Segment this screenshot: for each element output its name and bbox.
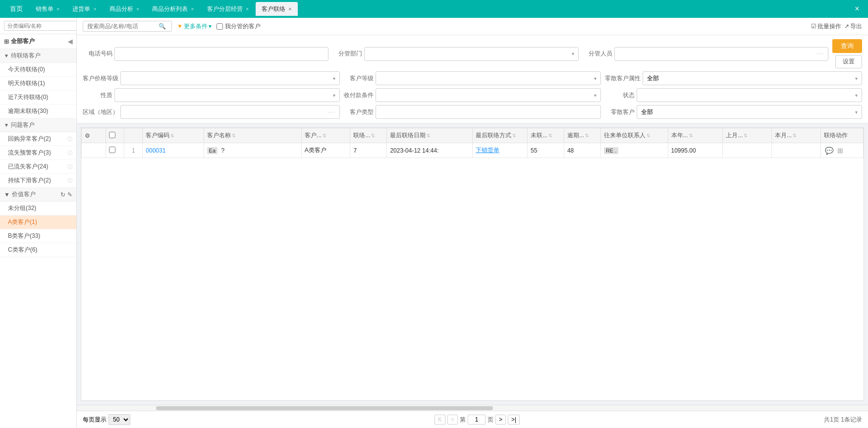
- select-all-checkbox[interactable]: [109, 132, 115, 138]
- refresh-icon[interactable]: ↻: [60, 191, 65, 198]
- sidebar-item-today[interactable]: 今天待联络(0): [0, 63, 76, 77]
- value-customers-group[interactable]: ▼ 价值客户 ↻ ✎: [0, 188, 76, 202]
- table-row: 1 000031 Ea ? A类客户 7 2023-04-12 14:44: 下…: [82, 143, 864, 158]
- sort-no-contact-icon[interactable]: ⇅: [548, 133, 552, 138]
- sort-contact-icon[interactable]: ⇅: [371, 133, 375, 138]
- qrcode-action-btn[interactable]: ⊞: [836, 147, 844, 155]
- nav-tab-sales[interactable]: 销售单 ×: [30, 2, 65, 16]
- retail-attr-input[interactable]: 全部 ▾: [643, 71, 862, 85]
- query-button[interactable]: 查询: [832, 39, 862, 53]
- close-analysis-tab[interactable]: ×: [136, 6, 139, 12]
- sort-this-month-icon[interactable]: ⇅: [793, 133, 797, 138]
- sidebar-item-churned[interactable]: 已流失客户(24) ⓘ: [0, 160, 76, 174]
- pending-contact-group[interactable]: ▼ 待联络客户: [0, 49, 76, 63]
- sidebar-item-c-class[interactable]: C类客户(6): [0, 243, 76, 257]
- row-name[interactable]: Ea ?: [204, 143, 301, 158]
- sidebar-search-input[interactable]: [4, 21, 77, 31]
- settings-button[interactable]: 设置: [835, 55, 862, 68]
- sidebar: 🔍 ⊞ 全部客户 ◀ ▼ 待联络客户 今天待联络(0) 明天待联络(1) 近7天…: [0, 18, 77, 428]
- sort-code-icon[interactable]: ⇅: [170, 133, 174, 138]
- batch-op-icon: ☑: [811, 23, 816, 30]
- sidebar-item-tomorrow[interactable]: 明天待联络(1): [0, 77, 76, 91]
- close-contact-tab[interactable]: ×: [288, 6, 291, 12]
- nature-arrow-icon: ▾: [333, 93, 335, 98]
- nav-tab-analysis-list[interactable]: 商品分析列表 ×: [146, 2, 200, 16]
- payment-input[interactable]: ▾: [376, 88, 601, 102]
- table-settings-icon[interactable]: ⚙: [85, 132, 90, 139]
- sidebar-item-churn-warning[interactable]: 流失预警客户(3) ⓘ: [0, 146, 76, 160]
- query-settings-area: 查询 设置: [832, 39, 862, 68]
- sort-last-month-icon[interactable]: ⇅: [744, 133, 748, 138]
- main-search-input[interactable]: [87, 23, 157, 30]
- nav-home[interactable]: 首页: [4, 2, 29, 16]
- prev-page-btn[interactable]: <: [447, 415, 458, 425]
- chat-action-btn[interactable]: 💬: [824, 147, 834, 155]
- row-select-checkbox[interactable]: [109, 147, 115, 153]
- main-search-icon[interactable]: 🔍: [159, 23, 166, 30]
- problem-customers-group[interactable]: ▼ 问题客户: [0, 118, 76, 132]
- th-last-month: 上月... ⇅: [723, 128, 772, 143]
- sort-method-icon[interactable]: ⇅: [512, 133, 516, 138]
- info-icon-4: ⓘ: [67, 177, 72, 184]
- th-this-month: 本月... ⇅: [772, 128, 821, 143]
- next-page-btn[interactable]: >: [495, 415, 506, 425]
- page-size-dropdown[interactable]: 50: [108, 414, 130, 425]
- my-customers-checkbox[interactable]: 我分管的客户: [217, 22, 261, 31]
- close-segment-tab[interactable]: ×: [246, 6, 249, 12]
- my-customers-check[interactable]: [217, 23, 223, 30]
- info-icon-2: ⓘ: [67, 150, 72, 157]
- sidebar-item-a-class[interactable]: A类客户(1): [0, 215, 76, 229]
- nature-input[interactable]: ▾: [114, 88, 340, 102]
- close-analysis-list-tab[interactable]: ×: [191, 6, 194, 12]
- sidebar-item-repurchase-abnormal[interactable]: 回购异常客户(2) ⓘ: [0, 132, 76, 146]
- arrow-down-icon: ▼: [4, 53, 9, 58]
- info-icon-3: ⓘ: [67, 163, 72, 170]
- th-checkbox: [106, 128, 124, 143]
- page-number-input[interactable]: [468, 415, 486, 425]
- row-last-method[interactable]: 下销货单: [473, 143, 528, 158]
- nav-tab-customer-contact[interactable]: 客户联络 ×: [256, 2, 297, 16]
- edit-icon[interactable]: ✎: [67, 191, 72, 198]
- sort-this-year-icon[interactable]: ⇅: [689, 133, 693, 138]
- manager-input[interactable]: ···: [614, 47, 828, 61]
- export-btn[interactable]: ↗ 导出: [844, 22, 862, 31]
- sidebar-item-7days[interactable]: 近7天待联络(0): [0, 91, 76, 105]
- window-close-button[interactable]: ×: [850, 2, 864, 16]
- filter-row-2: 客户价格等级 ▾ 客户等级 ▾ 零散客户属性 全部 ▾: [83, 71, 862, 85]
- sort-date-icon[interactable]: ⇅: [427, 133, 431, 138]
- region-dots-icon: ···: [328, 109, 335, 115]
- customer-type-input[interactable]: [376, 105, 601, 119]
- close-purchase-tab[interactable]: ×: [93, 6, 96, 12]
- region-input[interactable]: ···: [120, 105, 340, 119]
- sidebar-item-unclassified[interactable]: 未分组(32): [0, 202, 76, 215]
- close-sales-tab[interactable]: ×: [56, 6, 59, 12]
- row-code[interactable]: 000031: [143, 143, 204, 158]
- nav-tab-analysis[interactable]: 商品分析 ×: [104, 2, 145, 16]
- sort-name-icon[interactable]: ⇅: [232, 133, 236, 138]
- sort-overdue-icon[interactable]: ⇅: [585, 133, 589, 138]
- collapse-sidebar-icon[interactable]: ◀: [68, 38, 72, 45]
- nav-tab-customer-segment[interactable]: 客户分层经营 ×: [201, 2, 255, 16]
- dept-input[interactable]: ▾: [364, 47, 578, 61]
- row-action: 💬 ⊞: [820, 143, 863, 158]
- horizontal-scrollbar[interactable]: [77, 405, 868, 411]
- sidebar-item-overdue[interactable]: 逾期未联络(30): [0, 105, 76, 118]
- more-conditions-btn[interactable]: ▼ 更多条件 ▾: [177, 22, 212, 31]
- nav-tab-purchase[interactable]: 进货单 ×: [66, 2, 102, 16]
- price-level-input[interactable]: ▾: [120, 71, 340, 85]
- sort-unit-contact-icon[interactable]: ⇅: [647, 133, 651, 138]
- phone-input[interactable]: [114, 47, 328, 61]
- first-page-btn[interactable]: K: [434, 415, 445, 425]
- last-page-btn[interactable]: >|: [508, 415, 520, 425]
- scrollbar-thumb[interactable]: [156, 406, 493, 410]
- sidebar-item-declining[interactable]: 持续下滑客户(2) ⓘ: [0, 174, 76, 188]
- retail-customer-input[interactable]: 全部 ▾: [637, 105, 862, 119]
- sidebar-item-b-class[interactable]: B类客户(33): [0, 229, 76, 243]
- batch-op-btn[interactable]: ☑ 批量操作: [811, 22, 841, 31]
- data-table: ⚙ 客户编码 ⇅: [81, 128, 864, 158]
- phone-field: 电话号码: [83, 47, 328, 61]
- status-input[interactable]: ▾: [637, 88, 862, 102]
- sort-type-icon[interactable]: ⇅: [323, 133, 326, 138]
- customer-level-arrow-icon: ▾: [594, 76, 597, 81]
- customer-level-input[interactable]: ▾: [376, 71, 601, 85]
